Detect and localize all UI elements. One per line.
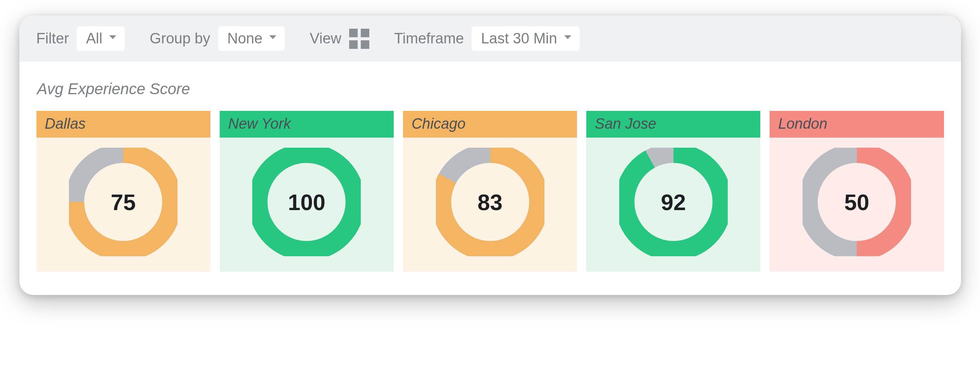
score-card[interactable]: Dallas75 — [36, 111, 210, 272]
score-value: 83 — [436, 148, 544, 256]
score-card-header: Dallas — [36, 111, 210, 138]
groupby-label: Group by — [150, 30, 210, 47]
score-card-body: 50 — [770, 138, 944, 272]
filter-value: All — [86, 30, 102, 47]
score-card[interactable]: London50 — [770, 111, 944, 272]
score-card-header: Chicago — [403, 111, 577, 138]
score-donut: 75 — [69, 148, 177, 256]
score-card-name: Dallas — [45, 116, 86, 132]
score-donut: 92 — [619, 148, 728, 256]
score-card-body: 92 — [586, 138, 760, 272]
timeframe-label: Timeframe — [394, 30, 464, 47]
score-donut: 83 — [436, 148, 544, 256]
view-label: View — [310, 30, 341, 47]
groupby-dropdown[interactable]: None — [218, 26, 285, 51]
timeframe-dropdown[interactable]: Last 30 Min — [472, 26, 579, 51]
groupby-value: None — [227, 30, 263, 47]
score-value: 50 — [803, 148, 911, 256]
chevron-down-icon — [564, 35, 571, 39]
content-area: Avg Experience Score Dallas75New York100… — [19, 62, 961, 295]
chevron-down-icon — [269, 35, 276, 39]
score-card-name: New York — [228, 116, 291, 132]
score-card-name: London — [778, 116, 827, 132]
score-card-body: 75 — [36, 138, 210, 272]
score-cards-row: Dallas75New York100Chicago83San Jose92Lo… — [36, 111, 944, 272]
timeframe-control: Timeframe Last 30 Min — [394, 26, 580, 51]
section-title: Avg Experience Score — [37, 80, 944, 98]
score-card[interactable]: Chicago83 — [403, 111, 577, 272]
filter-label: Filter — [36, 30, 69, 47]
score-card[interactable]: San Jose92 — [586, 111, 760, 272]
score-value: 92 — [619, 148, 728, 256]
score-card[interactable]: New York100 — [220, 111, 394, 272]
filter-control: Filter All — [36, 26, 125, 51]
grid-view-icon[interactable] — [349, 29, 369, 49]
score-card-header: London — [770, 111, 944, 138]
score-card-name: San Jose — [595, 116, 656, 132]
dashboard-panel: Filter All Group by None View Timeframe … — [19, 16, 961, 295]
score-donut: 100 — [252, 148, 361, 256]
groupby-control: Group by None — [150, 26, 285, 51]
toolbar: Filter All Group by None View Timeframe … — [19, 16, 961, 62]
view-control: View — [310, 29, 369, 49]
score-card-body: 100 — [220, 138, 394, 272]
score-donut: 50 — [803, 148, 911, 256]
score-value: 100 — [252, 148, 361, 256]
timeframe-value: Last 30 Min — [481, 30, 557, 47]
score-card-header: San Jose — [586, 111, 760, 138]
chevron-down-icon — [109, 35, 116, 39]
score-value: 75 — [69, 148, 177, 256]
score-card-body: 83 — [403, 138, 577, 272]
score-card-header: New York — [220, 111, 394, 138]
filter-dropdown[interactable]: All — [77, 26, 125, 51]
score-card-name: Chicago — [412, 116, 465, 132]
